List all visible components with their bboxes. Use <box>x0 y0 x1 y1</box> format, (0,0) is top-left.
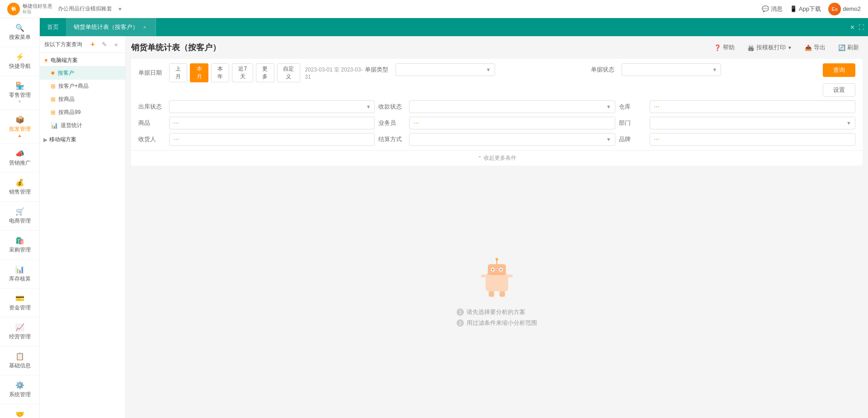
date-btn-last-7-days[interactable]: 近7天 <box>232 63 253 82</box>
scheme-item-by-goods[interactable]: ⊞ 按商品 <box>40 93 125 106</box>
sidebar-item-search-menu[interactable]: 🔍 搜索菜单 <box>0 18 39 47</box>
warehouse-input[interactable]: ··· <box>650 100 855 113</box>
scheme-item-label: 退货统计 <box>61 122 82 129</box>
app-download-btn[interactable]: 📱 App下载 <box>790 5 821 13</box>
empty-tips: 1 请先选择要分析的方案 2 用过滤条件来缩小分析范围 <box>457 308 537 330</box>
export-btn[interactable]: 📤 导出 <box>801 42 829 53</box>
sidebar-item-ecommerce[interactable]: 🛒 电商管理 <box>0 202 39 231</box>
sidebar-item-cooperation[interactable]: 🤝 企业协同 <box>0 404 39 418</box>
goods-input[interactable]: ··· <box>169 117 375 129</box>
page-title: 销货单统计表（按客户） <box>131 42 221 53</box>
sidebar-item-system[interactable]: ⚙️ 系统管理 <box>0 375 39 404</box>
empty-tip-1: 1 请先选择要分析的方案 <box>457 308 537 316</box>
date-label: 单据日期 <box>138 69 165 77</box>
print-btn[interactable]: 🖨️ 按模板打印 ▼ <box>744 42 796 53</box>
tab-home[interactable]: 首页 <box>40 18 66 36</box>
svg-point-5 <box>500 269 502 271</box>
help-btn[interactable]: ❓ 帮助 <box>710 42 738 53</box>
close-window-icon[interactable]: ✕ <box>850 24 855 31</box>
collapse-bar[interactable]: ⌃ 收起更多条件 <box>131 150 863 166</box>
settlement-select[interactable]: ▼ <box>409 133 615 146</box>
maximize-window-icon[interactable]: ⛶ <box>859 24 864 31</box>
query-btn[interactable]: 查询 <box>823 63 855 77</box>
sidebar-item-operations[interactable]: 📈 经营管理 <box>0 318 39 347</box>
scheme-item-by-customer[interactable]: ● 按客户 <box>40 66 125 80</box>
staff-input[interactable]: ··· <box>409 117 615 129</box>
sidebar-item-wholesale[interactable]: 📦 批发管理 ▲ <box>0 110 39 144</box>
tab-sales-stats[interactable]: 销货单统计表（按客户） × <box>66 18 156 36</box>
header-left: 畅 畅捷信好生意 标版 办公用品行业模拟账套 ▼ <box>7 3 123 15</box>
receiver-label: 收货人 <box>138 135 165 143</box>
tip-num-1: 1 <box>457 309 464 316</box>
inventory-icon: 📊 <box>2 265 38 274</box>
date-btn-custom[interactable]: 自定义 <box>277 63 301 82</box>
by-goods-99-icon: ⊞ <box>51 109 56 116</box>
user-area[interactable]: Ea demo2 <box>828 3 861 15</box>
tab-bar: 首页 销货单统计表（按客户） × ✕ ⛶ <box>40 18 868 36</box>
refresh-icon: 🔄 <box>838 44 845 51</box>
goods-group: 商品 ··· <box>138 117 375 129</box>
tab-close-icon[interactable]: × <box>141 24 148 31</box>
scheme-tree: ▼ 电脑端方案 ● 按客户 ⊞ 按客户+商品 ⊞ 按商品 <box>40 53 125 147</box>
group-expand-icon: ▼ <box>43 57 49 64</box>
sidebar-item-label: 库存核算 <box>2 275 38 283</box>
receiver-input[interactable]: ··· <box>169 133 375 146</box>
dept-select[interactable]: ▼ <box>650 117 855 129</box>
retail-icon: 🏪 <box>2 81 38 90</box>
mobile-group-expand-icon: ▶ <box>43 137 47 143</box>
sidebar-item-sales[interactable]: 💰 销售管理 <box>0 173 39 202</box>
doc-status-label: 单据状态 <box>591 66 618 74</box>
settlement-group: 结算方式 ▼ <box>378 133 615 146</box>
settings-btn[interactable]: 设置 <box>823 83 855 97</box>
nav-dropdown-icon[interactable]: ▼ <box>118 6 123 12</box>
brand-input[interactable]: ··· <box>650 133 855 146</box>
page-title-bar: 销货单统计表（按客户） ❓ 帮助 🖨️ 按模板打印 ▼ 📤 <box>131 42 863 53</box>
help-icon: ❓ <box>714 44 721 51</box>
payment-status-select[interactable]: ▼ <box>409 100 615 113</box>
sidebar-item-marketing[interactable]: 📣 营销推广 <box>0 144 39 173</box>
date-filter-group: 单据日期 上月 本月 本年 近7天 更多 自定义 2023-03-01 至 20… <box>138 63 365 82</box>
date-btn-this-year[interactable]: 本年 <box>211 63 229 82</box>
scheme-header: 按以下方案查询 + ✎ « <box>40 36 125 53</box>
sidebar-item-label: 电商管理 <box>2 217 38 225</box>
edit-scheme-btn[interactable]: ✎ <box>100 40 109 49</box>
refresh-btn[interactable]: 🔄 刷新 <box>835 42 863 53</box>
dept-dropdown-icon: ▼ <box>846 120 851 126</box>
sidebar-item-basic-info[interactable]: 📋 基础信息 <box>0 347 39 375</box>
scheme-item-label: 按商品99 <box>58 109 80 116</box>
sidebar-item-label: 零售管理 <box>2 91 38 99</box>
date-btn-last-month[interactable]: 上月 <box>169 63 187 82</box>
scheme-panel: 按以下方案查询 + ✎ « ▼ 电脑端方案 ● 按客户 <box>40 36 126 418</box>
by-customer-goods-icon: ⊞ <box>51 83 56 90</box>
out-status-select[interactable]: ▼ <box>169 100 375 113</box>
doc-status-select[interactable]: ▼ <box>622 63 721 76</box>
empty-robot <box>479 257 515 294</box>
add-scheme-btn[interactable]: + <box>88 40 97 49</box>
expand-arrow-icon: ▲ <box>2 133 38 138</box>
doc-type-select[interactable]: ▼ <box>396 63 495 76</box>
return-stats-icon: 📊 <box>51 122 58 129</box>
scheme-group-mobile[interactable]: ▶ 移动端方案 <box>40 134 125 145</box>
scheme-group-desktop[interactable]: ▼ 电脑端方案 <box>40 55 125 66</box>
collapse-scheme-btn[interactable]: « <box>112 40 121 49</box>
date-btn-more[interactable]: 更多 <box>256 63 274 82</box>
scheme-item-by-customer-goods[interactable]: ⊞ 按客户+商品 <box>40 80 125 93</box>
nav-breadcrumb: 办公用品行业模拟账套 <box>58 5 112 13</box>
sidebar-item-finance[interactable]: 💳 资金管理 <box>0 289 39 318</box>
svg-rect-0 <box>486 273 508 291</box>
sidebar-item-inventory[interactable]: 📊 库存核算 <box>0 260 39 289</box>
scheme-item-by-goods-99[interactable]: ⊞ 按商品99 <box>40 106 125 119</box>
top-header: 畅 畅捷信好生意 标版 办公用品行业模拟账套 ▼ 💬 消息 📱 App下载 Ea… <box>0 0 868 18</box>
logo-area: 畅 畅捷信好生意 标版 <box>7 3 52 15</box>
message-btn[interactable]: 💬 消息 <box>762 5 783 13</box>
date-btn-this-month[interactable]: 本月 <box>190 63 208 82</box>
by-goods-icon: ⊞ <box>51 96 56 103</box>
message-icon: 💬 <box>762 5 769 12</box>
sidebar-item-retail[interactable]: 🏪 零售管理 ▼ <box>0 76 39 110</box>
tab-sales-stats-label: 销货单统计表（按客户） <box>74 23 138 31</box>
sidebar-item-purchase[interactable]: 🛍️ 采购管理 <box>0 231 39 260</box>
sidebar-item-label: 批发管理 <box>2 125 38 133</box>
scheme-item-return-stats[interactable]: 📊 退货统计 <box>40 119 125 132</box>
sidebar-item-quick-nav[interactable]: ⚡ 快捷导航 <box>0 47 39 76</box>
content-area: 首页 销货单统计表（按客户） × ✕ ⛶ 按以下方案查询 + ✎ « <box>40 18 868 418</box>
